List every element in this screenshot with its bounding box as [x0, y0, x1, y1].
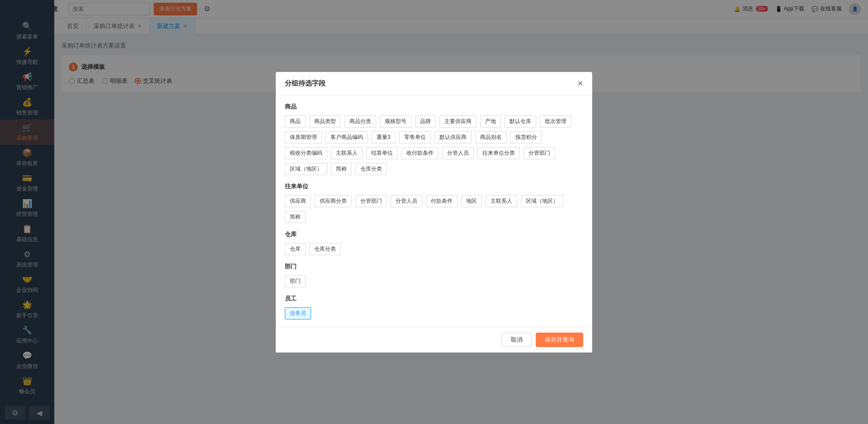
modal-cancel-btn[interactable]: 取消 — [501, 333, 532, 347]
tag-retail-unit[interactable]: 零售单位 — [399, 131, 431, 143]
tag-default-supplier[interactable]: 默认供应商 — [434, 131, 472, 143]
tag-weight[interactable]: 重量3 — [372, 131, 396, 143]
tag-tax-code[interactable]: 税收分类编码 — [285, 147, 327, 159]
tag-main-contact[interactable]: 主联系人 — [331, 147, 363, 159]
tag-pick-points[interactable]: 拣货积分 — [510, 131, 542, 143]
tag-assigned-person[interactable]: 分管人员 — [442, 147, 474, 159]
tag-warehouse-category[interactable]: 仓库分类 — [309, 243, 341, 255]
modal-title: 分组待选字段 — [285, 79, 326, 88]
tag-partner-category[interactable]: 往来单位分类 — [477, 147, 520, 159]
tag-goods-category[interactable]: 商品分类 — [344, 115, 376, 128]
section-dept-title: 部门 — [285, 262, 583, 271]
section-staff-title: 员工 — [285, 295, 583, 303]
section-staff-tags: 业务员 — [285, 307, 583, 319]
tag-warehouse[interactable]: 仓库 — [285, 243, 306, 255]
tag-payment-terms-partner[interactable]: 付款条件 — [426, 195, 458, 207]
tag-short-name-partner[interactable]: 简称 — [285, 211, 306, 223]
section-staff: 员工 业务员 — [285, 295, 583, 319]
modal-close-btn[interactable]: ✕ — [577, 79, 583, 88]
tag-region-partner[interactable]: 地区 — [461, 195, 482, 207]
tag-supplier[interactable]: 供应商 — [285, 195, 311, 207]
section-dept: 部门 部门 — [285, 262, 583, 287]
tag-settlement-unit[interactable]: 结算单位 — [366, 147, 398, 159]
tag-batch-mgmt[interactable]: 批次管理 — [540, 115, 571, 128]
tag-short-name-goods[interactable]: 简称 — [331, 163, 352, 175]
field-select-modal: 分组待选字段 ✕ 商品 商品 商品类型 商品分类 规格型号 品牌 主要供应商 产… — [276, 72, 592, 353]
tag-brand[interactable]: 品牌 — [415, 115, 436, 128]
section-warehouse-tags: 仓库 仓库分类 — [285, 243, 583, 255]
modal-header: 分组待选字段 ✕ — [276, 72, 592, 95]
tag-goods[interactable]: 商品 — [285, 115, 306, 128]
tag-person-partner[interactable]: 分管人员 — [391, 195, 422, 207]
modal-confirm-btn[interactable]: 保存并查询 — [536, 333, 583, 347]
tag-region-goods[interactable]: 区域（地区） — [285, 163, 327, 175]
tag-dept-goods[interactable]: 分管部门 — [524, 147, 555, 159]
tag-shelf-life[interactable]: 保质期管理 — [285, 131, 322, 143]
tag-spec-model[interactable]: 规格型号 — [380, 115, 411, 128]
modal-footer: 取消 保存并查询 — [276, 327, 592, 353]
tag-main-contact-partner[interactable]: 主联系人 — [486, 195, 517, 207]
tag-customer-goods-code[interactable]: 客户商品编码 — [326, 131, 368, 143]
tag-supplier-category[interactable]: 供应商分类 — [315, 195, 352, 207]
tag-warehouse-category-goods[interactable]: 仓库分类 — [355, 163, 387, 175]
modal-overlay: 分组待选字段 ✕ 商品 商品 商品类型 商品分类 规格型号 品牌 主要供应商 产… — [0, 0, 868, 424]
tag-area-partner[interactable]: 区域（地区） — [521, 195, 563, 207]
section-goods: 商品 商品 商品类型 商品分类 规格型号 品牌 主要供应商 产地 默认仓库 批次… — [285, 103, 583, 175]
section-partner-title: 往来单位 — [285, 182, 583, 191]
section-dept-tags: 部门 — [285, 275, 583, 287]
section-goods-title: 商品 — [285, 103, 583, 111]
tag-main-supplier[interactable]: 主要供应商 — [439, 115, 476, 128]
section-partner-tags: 供应商 供应商分类 分管部门 分管人员 付款条件 地区 主联系人 区域（地区） … — [285, 195, 583, 223]
tag-goods-type[interactable]: 商品类型 — [309, 115, 341, 128]
tag-payment-terms[interactable]: 收付款条件 — [401, 147, 439, 159]
tag-goods-alias[interactable]: 商品别名 — [475, 131, 507, 143]
tag-dept-partner[interactable]: 分管部门 — [355, 195, 387, 207]
section-warehouse-title: 仓库 — [285, 230, 583, 238]
modal-body: 商品 商品 商品类型 商品分类 规格型号 品牌 主要供应商 产地 默认仓库 批次… — [276, 95, 592, 327]
section-goods-tags: 商品 商品类型 商品分类 规格型号 品牌 主要供应商 产地 默认仓库 批次管理 … — [285, 115, 583, 175]
section-partner: 往来单位 供应商 供应商分类 分管部门 分管人员 付款条件 地区 主联系人 区域… — [285, 182, 583, 223]
tag-dept[interactable]: 部门 — [285, 275, 306, 287]
section-warehouse: 仓库 仓库 仓库分类 — [285, 230, 583, 255]
tag-default-warehouse[interactable]: 默认仓库 — [505, 115, 536, 128]
tag-origin[interactable]: 产地 — [480, 115, 501, 128]
tag-salesperson[interactable]: 业务员 — [285, 307, 311, 319]
